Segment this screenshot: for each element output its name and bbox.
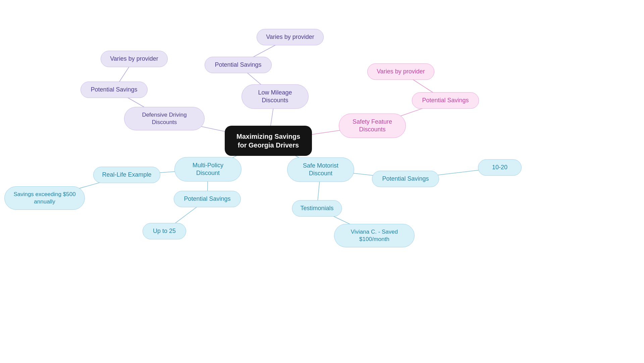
sm-potential-savings-node: Potential Savings	[372, 171, 439, 187]
low-potential-savings-node: Potential Savings	[205, 57, 272, 73]
real-life-node: Real-Life Example	[93, 167, 160, 183]
def-varies-node: Varies by provider	[101, 51, 168, 67]
sm-10-20-node: 10-20	[478, 159, 522, 176]
multi-policy-node: Multi-Policy Discount	[174, 157, 241, 182]
mp-potential-savings-node: Potential Savings	[174, 191, 241, 207]
viviana-node: Viviana C. - Saved $100/month	[334, 224, 415, 247]
safety-feature-node: Safety Feature Discounts	[339, 114, 406, 138]
mp-up-to-25-node: Up to 25	[143, 223, 186, 239]
sf-potential-savings-node: Potential Savings	[412, 92, 479, 109]
low-mileage-node: Low Mileage Discounts	[241, 84, 309, 109]
testimonials-node: Testimonials	[292, 200, 342, 217]
low-varies-node: Varies by provider	[257, 29, 324, 45]
center-node: Maximizing Savings for Georgia Drivers	[225, 126, 312, 156]
safe-motorist-node: Safe Motorist Discount	[287, 158, 354, 182]
def-potential-savings-node: Potential Savings	[80, 81, 148, 98]
savings-500-node: Savings exceeding $500 annually	[4, 186, 85, 210]
defensive-driving-node: Defensive Driving Discounts	[124, 107, 205, 130]
sf-varies-node: Varies by provider	[367, 63, 434, 80]
